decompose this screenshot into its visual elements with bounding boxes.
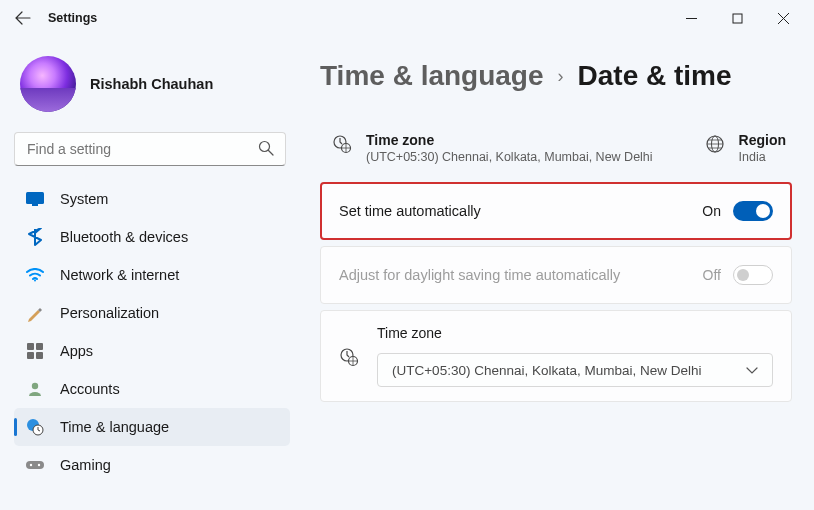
search-icon (258, 140, 274, 160)
chevron-right-icon: › (558, 66, 564, 87)
sidebar-item-accounts[interactable]: Accounts (14, 370, 290, 408)
info-region: Region India (705, 132, 786, 164)
clock-globe-icon (332, 134, 352, 154)
profile-block[interactable]: Rishabh Chauhan (14, 52, 290, 128)
sidebar-item-gaming[interactable]: Gaming (14, 446, 290, 484)
info-timezone-value: (UTC+05:30) Chennai, Kolkata, Mumbai, Ne… (366, 150, 653, 164)
person-icon (26, 380, 44, 398)
close-button[interactable] (760, 3, 806, 33)
clock-globe-icon (26, 418, 44, 436)
svg-rect-0 (733, 14, 742, 23)
info-region-value: India (739, 150, 786, 164)
globe-icon (705, 134, 725, 154)
maximize-icon (732, 13, 743, 24)
svg-point-9 (32, 383, 38, 389)
toggle-state-text: Off (703, 267, 721, 283)
maximize-button[interactable] (714, 3, 760, 33)
breadcrumb-parent[interactable]: Time & language (320, 60, 544, 92)
setting-dst: Adjust for daylight saving time automati… (320, 246, 792, 304)
sidebar-item-label: System (60, 191, 108, 207)
sidebar-item-label: Time & language (60, 419, 169, 435)
apps-icon (26, 342, 44, 360)
sidebar-item-label: Personalization (60, 305, 159, 321)
sidebar-item-label: Gaming (60, 457, 111, 473)
dst-toggle (733, 265, 773, 285)
timezone-dropdown[interactable]: (UTC+05:30) Chennai, Kolkata, Mumbai, Ne… (377, 353, 773, 387)
svg-rect-7 (27, 352, 34, 359)
wifi-icon (26, 266, 44, 284)
sidebar-item-apps[interactable]: Apps (14, 332, 290, 370)
brush-icon (26, 304, 44, 322)
toggle-state-text: On (702, 203, 721, 219)
svg-rect-5 (27, 343, 34, 350)
gamepad-icon (26, 456, 44, 474)
minimize-icon (686, 13, 697, 24)
monitor-icon (26, 190, 44, 208)
timezone-dropdown-value: (UTC+05:30) Chennai, Kolkata, Mumbai, Ne… (392, 363, 702, 378)
sidebar-item-time-language[interactable]: Time & language (14, 408, 290, 446)
profile-name: Rishabh Chauhan (90, 76, 213, 92)
svg-rect-8 (36, 352, 43, 359)
breadcrumb: Time & language › Date & time (320, 60, 792, 92)
svg-point-14 (38, 464, 40, 466)
avatar (20, 56, 76, 112)
info-row: Time zone (UTC+05:30) Chennai, Kolkata, … (320, 132, 792, 182)
clock-globe-icon (339, 347, 359, 367)
svg-rect-6 (36, 343, 43, 350)
sidebar-item-label: Accounts (60, 381, 120, 397)
content-pane: Time & language › Date & time Time zone … (298, 36, 814, 510)
sidebar-item-label: Network & internet (60, 267, 179, 283)
svg-rect-2 (26, 192, 44, 204)
minimize-button[interactable] (668, 3, 714, 33)
breadcrumb-current: Date & time (578, 60, 732, 92)
svg-rect-3 (32, 204, 38, 206)
close-icon (778, 13, 789, 24)
back-button[interactable] (14, 9, 32, 27)
sidebar-item-label: Bluetooth & devices (60, 229, 188, 245)
setting-auto-time-label: Set time automatically (339, 203, 481, 219)
sidebar-item-system[interactable]: System (14, 180, 290, 218)
arrow-left-icon (15, 10, 31, 26)
sidebar: Rishabh Chauhan System Bluetooth & devic… (0, 36, 298, 510)
svg-point-1 (260, 142, 270, 152)
info-timezone-title: Time zone (366, 132, 653, 148)
sidebar-item-label: Apps (60, 343, 93, 359)
svg-rect-12 (26, 461, 44, 469)
nav-list: System Bluetooth & devices Network & int… (14, 180, 290, 484)
timezone-select-label: Time zone (377, 325, 773, 341)
setting-timezone: Time zone (UTC+05:30) Chennai, Kolkata, … (320, 310, 792, 402)
auto-time-toggle[interactable] (733, 201, 773, 221)
bluetooth-icon (26, 228, 44, 246)
setting-auto-time: Set time automatically On (320, 182, 792, 240)
sidebar-item-personalization[interactable]: Personalization (14, 294, 290, 332)
svg-point-4 (34, 280, 36, 282)
chevron-down-icon (746, 363, 758, 378)
svg-point-13 (30, 464, 32, 466)
search-box (14, 132, 286, 166)
window-title: Settings (48, 11, 97, 25)
titlebar: Settings (0, 0, 814, 36)
setting-dst-label: Adjust for daylight saving time automati… (339, 267, 620, 283)
search-input[interactable] (14, 132, 286, 166)
sidebar-item-network[interactable]: Network & internet (14, 256, 290, 294)
info-region-title: Region (739, 132, 786, 148)
info-timezone: Time zone (UTC+05:30) Chennai, Kolkata, … (332, 132, 653, 164)
sidebar-item-bluetooth[interactable]: Bluetooth & devices (14, 218, 290, 256)
